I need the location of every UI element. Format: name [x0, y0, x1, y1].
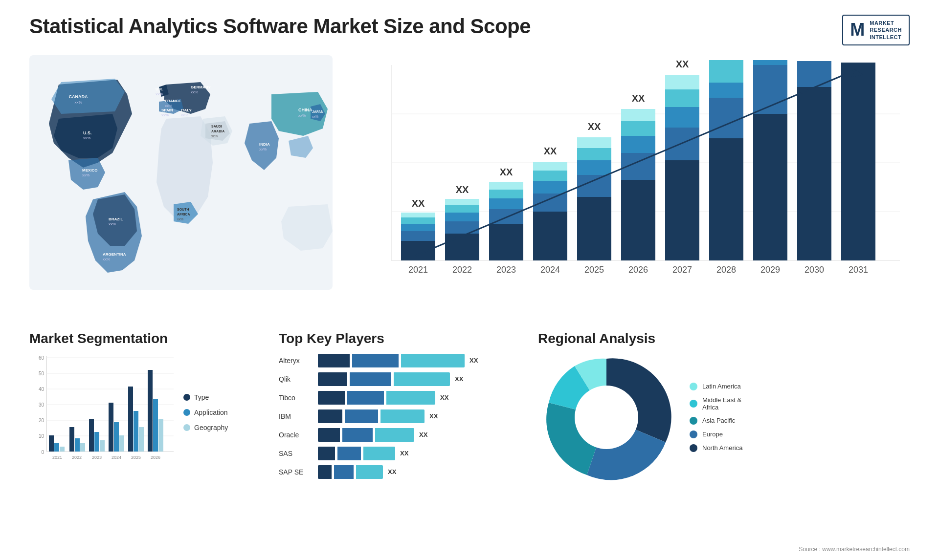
svg-rect-70 [621, 136, 655, 153]
svg-text:XX: XX [500, 167, 513, 177]
svg-rect-45 [445, 221, 479, 234]
player-sas: SAS XX [279, 447, 523, 460]
player-tibco: Tibco XX [279, 391, 523, 405]
legend-europe-label: Europe [702, 431, 723, 438]
legend-application-label: Application [194, 409, 228, 416]
svg-text:GERMANY: GERMANY [191, 85, 211, 89]
svg-rect-142 [119, 435, 124, 452]
svg-rect-48 [445, 199, 479, 205]
svg-text:INDIA: INDIA [259, 142, 270, 147]
bar-value: XX [400, 450, 408, 457]
svg-text:XX: XX [632, 93, 645, 104]
svg-rect-148 [148, 370, 153, 452]
svg-text:SAUDI: SAUDI [211, 125, 222, 128]
svg-text:FRANCE: FRANCE [165, 99, 181, 103]
svg-rect-40 [401, 224, 435, 231]
svg-text:xx%: xx% [181, 113, 188, 117]
svg-rect-68 [621, 180, 655, 260]
svg-text:xx%: xx% [211, 134, 218, 138]
svg-text:XX: XX [676, 60, 689, 69]
bar-value: XX [429, 412, 438, 420]
svg-rect-146 [139, 427, 144, 452]
svg-text:2022: 2022 [452, 265, 472, 275]
players-title: Top Key Players [279, 331, 523, 346]
legend-asia-label: Asia Pacific [702, 417, 735, 424]
svg-text:0: 0 [41, 450, 44, 455]
svg-text:2024: 2024 [540, 265, 560, 275]
svg-text:2023: 2023 [496, 265, 516, 275]
legend-application-dot [183, 409, 190, 416]
player-bars-oracle: XX [318, 428, 523, 442]
svg-text:2031: 2031 [849, 265, 868, 275]
svg-rect-92 [753, 63, 787, 65]
svg-rect-133 [75, 438, 80, 452]
svg-rect-46 [445, 213, 479, 221]
svg-rect-77 [665, 89, 699, 107]
svg-text:ARGENTINA: ARGENTINA [103, 252, 126, 257]
bar-dark [318, 465, 332, 479]
svg-text:40: 40 [39, 387, 45, 392]
svg-rect-39 [401, 231, 435, 241]
svg-rect-129 [54, 443, 59, 452]
bar-value: XX [388, 468, 396, 475]
svg-text:CANADA: CANADA [69, 94, 88, 99]
header: Statistical Analytics Software Market Si… [29, 15, 910, 45]
bar-dark [318, 447, 335, 460]
player-name-tibco: Tibco [279, 394, 313, 402]
svg-rect-88 [753, 114, 787, 260]
svg-text:xx%: xx% [312, 115, 318, 118]
svg-text:ARABIA: ARABIA [211, 129, 224, 133]
bar-chart-section: XX XX XX XX [347, 55, 910, 321]
regional-legend: Latin America Middle East &Africa Asia P… [690, 383, 742, 452]
donut-chart [538, 354, 675, 481]
svg-rect-94 [797, 87, 831, 260]
svg-text:2024: 2024 [112, 455, 121, 460]
svg-text:xx%: xx% [165, 104, 172, 108]
bar-mid [347, 391, 384, 405]
segmentation-chart: 0 10 20 30 40 50 60 [29, 354, 176, 471]
svg-text:xx%: xx% [161, 113, 169, 117]
svg-text:2023: 2023 [92, 455, 102, 460]
svg-text:50: 50 [39, 371, 45, 376]
bar-mid [350, 372, 391, 386]
svg-text:XX: XX [456, 184, 469, 195]
bar-value: XX [470, 357, 478, 364]
map-section: CANADA xx% U.S. xx% MEXICO xx% BRAZIL xx… [29, 55, 333, 290]
legend-europe: Europe [690, 431, 742, 438]
svg-text:2021: 2021 [52, 455, 62, 460]
svg-rect-74 [665, 160, 699, 260]
bottom-section: Market Segmentation 0 10 20 30 40 [29, 331, 910, 484]
svg-text:JAPAN: JAPAN [312, 110, 323, 113]
logo: M MARKET RESEARCH INTELLECT [842, 15, 910, 45]
svg-text:2022: 2022 [72, 455, 82, 460]
svg-rect-141 [114, 422, 119, 452]
svg-rect-53 [489, 190, 523, 198]
page-container: Statistical Analytics Software Market Si… [0, 0, 939, 560]
svg-rect-62 [577, 197, 611, 260]
svg-text:XX: XX [544, 146, 557, 156]
player-bars-alteryx: XX [318, 354, 523, 367]
svg-text:20: 20 [39, 418, 45, 423]
svg-text:xx%: xx% [82, 173, 89, 177]
bar-value: XX [455, 375, 463, 383]
svg-rect-137 [94, 432, 99, 452]
player-name-sap-se: SAP SE [279, 468, 313, 476]
svg-rect-59 [533, 171, 567, 181]
legend-type-label: Type [194, 393, 209, 401]
bar-light [386, 391, 435, 405]
svg-rect-47 [445, 205, 479, 213]
legend-type-dot [183, 394, 190, 401]
svg-rect-52 [489, 198, 523, 209]
player-bars-ibm: XX [318, 409, 523, 423]
svg-rect-44 [445, 234, 479, 260]
svg-text:xx%: xx% [177, 217, 183, 221]
svg-rect-86 [709, 60, 743, 83]
page-title: Statistical Analytics Software Market Si… [29, 15, 531, 38]
svg-rect-130 [60, 447, 65, 452]
svg-text:30: 30 [39, 402, 45, 408]
svg-rect-80 [709, 138, 743, 260]
svg-text:xx%: xx% [191, 90, 198, 94]
svg-text:xx%: xx% [74, 100, 82, 105]
players-section: Top Key Players Alteryx XX Qlik [279, 331, 523, 484]
player-name-oracle: Oracle [279, 431, 313, 439]
